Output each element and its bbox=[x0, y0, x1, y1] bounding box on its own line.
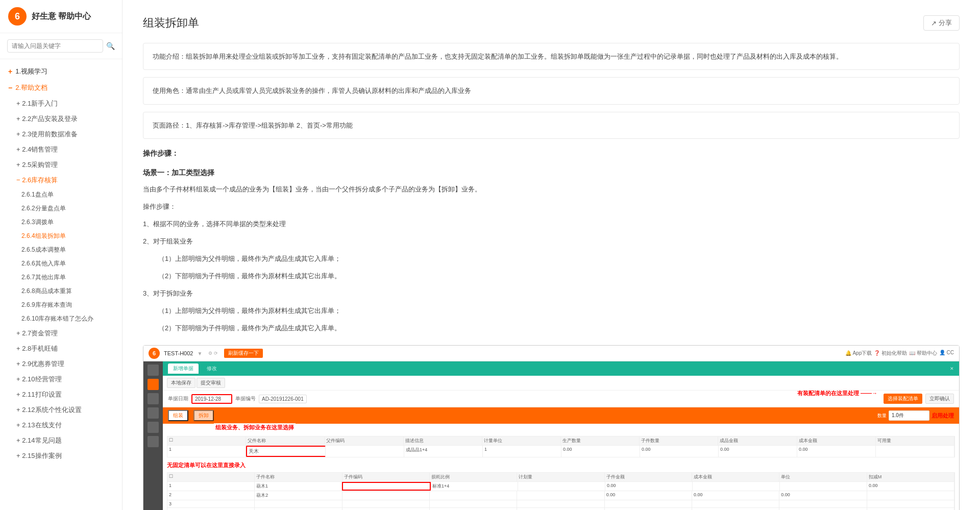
mock-cell-prod-qty: 0.00 bbox=[561, 446, 640, 457]
mock-col-sub-code: 子件编码 bbox=[342, 473, 430, 481]
sidebar-item-inventory-query[interactable]: 2.6.9库存账本查询 bbox=[15, 298, 122, 312]
mock-nav-icon-3[interactable] bbox=[148, 393, 159, 404]
sidebar-item-online-pay[interactable]: + 2.13在线支付 bbox=[8, 418, 122, 433]
sidebar-item-inventory[interactable]: − 2.6库存核算 bbox=[8, 173, 122, 188]
sidebar-item-assembly[interactable]: 2.6.4组装拆卸单 bbox=[15, 229, 122, 243]
step3-2: （2）下部明细为子件明细，最终作为产成品生成其它入库单。 bbox=[143, 322, 960, 335]
sidebar-item-inventory-error[interactable]: 2.6.10库存账本错了怎么办 bbox=[15, 312, 122, 326]
mock-btn-save[interactable]: 本地保存 bbox=[167, 378, 195, 388]
sidebar-item-docs[interactable]: − 2.帮助文档 bbox=[0, 80, 122, 96]
sidebar-item-beginner[interactable]: + 2.1新手入门 bbox=[8, 96, 122, 111]
mock-select-bom-btn[interactable]: 选择装配清单 bbox=[884, 394, 922, 404]
mock-bottom-table-header: ☐ 子件名称 子件编码 损耗比例 计划量 子件金额 成本金额 单位 扣减M bbox=[167, 472, 955, 482]
mock-cell-parent-name[interactable]: 关木 bbox=[246, 446, 326, 457]
step2-title: 2、对于组装业务 bbox=[143, 235, 960, 248]
search-icon[interactable]: 🔍 bbox=[106, 42, 115, 50]
mock-refresh-btn[interactable]: 刷新缓存一下 bbox=[224, 349, 263, 358]
sidebar-item-cost-recalc[interactable]: 2.6.8商品成本重算 bbox=[15, 284, 122, 298]
mock-icons: 🔔 App下载 ❓ 初始化帮助 📖 帮助中心 👤 CC bbox=[845, 350, 954, 357]
search-input[interactable] bbox=[7, 39, 103, 53]
mock-cell-parent-code[interactable] bbox=[326, 446, 404, 457]
mock-bottom-row-2: 2葫木20.000.000.00 bbox=[167, 491, 955, 500]
mock-col-loss: 损耗比例 bbox=[430, 473, 517, 481]
sidebar-item-video[interactable]: + 1.视频学习 bbox=[0, 63, 122, 80]
mock-disassemble-btn[interactable]: 拆卸 bbox=[193, 410, 214, 421]
mock-tab-close[interactable]: ✕ bbox=[950, 366, 954, 371]
sidebar-item-faq[interactable]: + 2.14常见问题 bbox=[8, 433, 122, 448]
mock-nav-icon-4[interactable] bbox=[148, 407, 159, 419]
page-title: 组装拆卸单 bbox=[143, 15, 199, 31]
mock-annotation-1: 有装配清单的在这里处理 ——→ bbox=[797, 390, 877, 397]
mock-confirm-btn[interactable]: 立即确认 bbox=[925, 394, 954, 404]
mock-topbar: 6 TEST-H002 ▼ ⚙ ⟳ 刷新缓存一下 🔔 App下载 ❓ 初始化帮助… bbox=[143, 346, 959, 361]
mock-cell-sub-qty: 0.00 bbox=[640, 446, 719, 457]
mock-bottom-row-1: 1葫木1标准1+40.000.00 bbox=[167, 482, 955, 491]
mock-assemble-btn[interactable]: 组装 bbox=[168, 410, 188, 421]
content-area: 组装拆卸单 ↗ 分享 功能介绍：组装拆卸单用来处理企业组装或拆卸等加工业务，支持… bbox=[122, 0, 980, 510]
sidebar-item-personalize[interactable]: + 2.12系统个性化设置 bbox=[8, 402, 122, 418]
share-icon: ↗ bbox=[931, 19, 937, 27]
sidebar-item-transfer[interactable]: 2.6.3调拨单 bbox=[15, 215, 122, 229]
sidebar: 6 好生意 帮助中心 🔍 + 1.视频学习 − 2.帮助文档 + 2.1新手入门 bbox=[0, 0, 122, 510]
mock-nav-icon-1[interactable] bbox=[148, 365, 159, 376]
sidebar-item-other-in[interactable]: 2.6.6其他入库单 bbox=[15, 257, 122, 271]
sidebar-item-sales[interactable]: + 2.4销售管理 bbox=[8, 142, 122, 157]
mock-date-label: 单据日期 bbox=[168, 395, 188, 402]
mock-top-table-wrapper: ☐ 父件名称 父件编码 描述信息 计量单位 生产数量 子件数量 成品金额 成本金… bbox=[163, 434, 959, 459]
mock-cell-check[interactable]: 1 bbox=[167, 446, 246, 457]
sidebar-item-other-out[interactable]: 2.6.7其他出库单 bbox=[15, 271, 122, 284]
mock-tab-new[interactable]: 新增单据 bbox=[168, 363, 199, 374]
main-content: 组装拆卸单 ↗ 分享 功能介绍：组装拆卸单用来处理企业组装或拆卸等加工业务，支持… bbox=[122, 0, 980, 510]
mock-col-sub-name: 子件名称 bbox=[255, 473, 342, 481]
scene1-label: 场景一：加工类型选择 bbox=[143, 168, 960, 178]
step3-1: （1）上部明细为父件明细，最终作为原材料生成其它出库单； bbox=[143, 304, 960, 318]
sidebar-item-mgmt[interactable]: + 2.10经营管理 bbox=[8, 372, 122, 387]
mock-tab-edit[interactable]: 修改 bbox=[203, 363, 221, 374]
mock-nav-icon-5[interactable] bbox=[148, 422, 159, 433]
sidebar-item-install[interactable]: + 2.2产品安装及登录 bbox=[8, 111, 122, 127]
mock-icon-user: 👤 CC bbox=[939, 350, 954, 357]
mock-num-label: 单据编号 bbox=[235, 395, 256, 402]
mock-qty-input[interactable]: 1.0件 bbox=[889, 410, 929, 421]
sidebar-item-stocktake[interactable]: 2.6.1盘点单 bbox=[15, 188, 122, 202]
mock-nav-icon-2[interactable] bbox=[148, 379, 159, 390]
mock-col-cost-amt2: 成本金额 bbox=[692, 473, 779, 481]
sidebar-item-print[interactable]: + 2.11打印设置 bbox=[8, 387, 122, 402]
nav-section-docs: − 2.帮助文档 + 2.1新手入门 + 2.2产品安装及登录 + 2.3使用前… bbox=[0, 80, 122, 464]
mock-cell-desc: 成品品1+4 bbox=[404, 446, 483, 457]
nav-tree: + 1.视频学习 − 2.帮助文档 + 2.1新手入门 + 2.2产品安装及登录… bbox=[0, 59, 122, 510]
plus-icon: + bbox=[16, 145, 22, 153]
path-box: 页面路径：1、库存核算->库存管理->组装拆卸单 2、首页->常用功能 bbox=[143, 112, 960, 139]
mock-icon-helpcenter: 📖 帮助中心 bbox=[909, 350, 937, 357]
nav-section-video: + 1.视频学习 bbox=[0, 63, 122, 80]
step2-2: （2）下部明细为子件明细，最终作为原材料生成其它出库单。 bbox=[143, 270, 960, 283]
mock-left-nav bbox=[143, 361, 163, 510]
search-area[interactable]: 🔍 bbox=[0, 33, 122, 59]
mock-form-row1: 单据日期 2019-12-28 单据编号 AD-20191226-001 有装配… bbox=[163, 391, 959, 407]
path-text: 页面路径：1、库存核算->库存管理->组装拆卸单 2、首页->常用功能 bbox=[153, 122, 353, 129]
sidebar-item-finance[interactable]: + 2.7资金管理 bbox=[8, 326, 122, 341]
mock-num-input[interactable]: AD-20191226-001 bbox=[259, 395, 307, 403]
share-button[interactable]: ↗ 分享 bbox=[923, 15, 960, 31]
mock-cell-prod-amt: 0.00 bbox=[719, 446, 797, 457]
mock-nav-icon-6[interactable] bbox=[148, 436, 159, 447]
sidebar-item-cost-adjust[interactable]: 2.6.5成本调整单 bbox=[15, 243, 122, 257]
mock-app-inner: 6 TEST-H002 ▼ ⚙ ⟳ 刷新缓存一下 🔔 App下载 ❓ 初始化帮助… bbox=[143, 346, 959, 510]
mock-annotation-4-area: 无固定清单可以在这里直接录入 bbox=[163, 459, 959, 470]
mock-cell-unit: 1 bbox=[483, 446, 561, 457]
mock-col-unit2: 单位 bbox=[779, 473, 867, 481]
mock-dropdown-icon: ▼ bbox=[197, 351, 202, 356]
sidebar-item-purchase[interactable]: + 2.5采购管理 bbox=[8, 157, 122, 173]
mock-date-input[interactable]: 2019-12-28 bbox=[191, 394, 232, 404]
mock-col-sub-amt: 子件金额 bbox=[605, 473, 692, 481]
sidebar-item-partial-stocktake[interactable]: 2.6.2分量盘点单 bbox=[15, 202, 122, 215]
sidebar-item-coupon[interactable]: + 2.9优惠券管理 bbox=[8, 356, 122, 372]
mock-btn-submit[interactable]: 提交审核 bbox=[197, 378, 225, 388]
mock-icon-help: ❓ 初始化帮助 bbox=[874, 350, 907, 357]
sidebar-item-prepare[interactable]: + 2.3使用前数据准备 bbox=[8, 127, 122, 142]
mock-col-check: ☐ bbox=[167, 436, 246, 445]
mock-bottom-row-3: 3 bbox=[167, 500, 955, 508]
sidebar-item-case[interactable]: + 2.15操作案例 bbox=[8, 448, 122, 464]
intro-box: 功能介绍：组装拆卸单用来处理企业组装或拆卸等加工业务，支持有固定装配清单的产品加… bbox=[143, 43, 960, 70]
sidebar-item-mobile[interactable]: + 2.8手机旺铺 bbox=[8, 341, 122, 356]
